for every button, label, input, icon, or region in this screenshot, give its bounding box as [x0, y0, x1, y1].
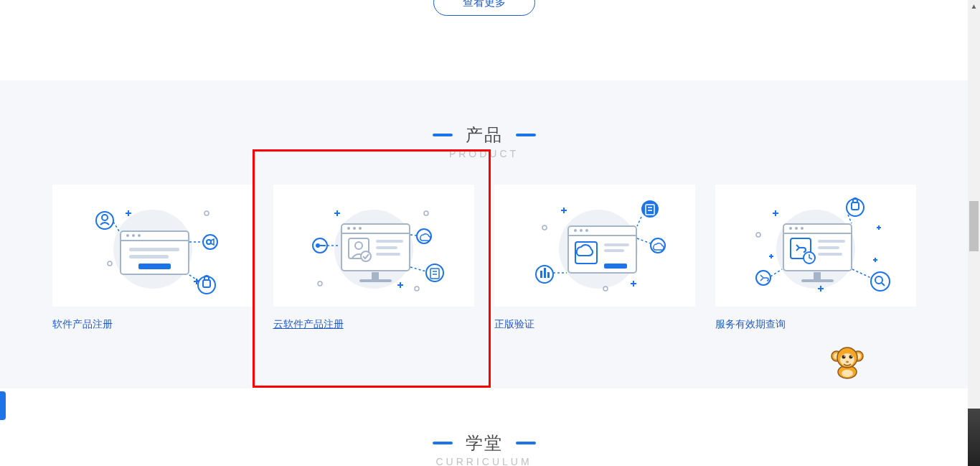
curriculum-section: 学堂 CURRICULUM: [0, 388, 968, 466]
svg-rect-24: [359, 279, 392, 282]
svg-rect-33: [320, 245, 326, 246]
right-gadget-icon[interactable]: [968, 409, 980, 466]
svg-point-94: [846, 361, 849, 363]
section-subtitle: CURRICULUM: [0, 456, 968, 466]
svg-point-15: [204, 211, 209, 215]
svg-point-90: [842, 355, 846, 359]
svg-point-91: [849, 355, 853, 359]
svg-point-95: [842, 370, 853, 377]
svg-point-40: [318, 281, 322, 286]
left-side-tab[interactable]: [0, 391, 6, 420]
product-card-register[interactable]: 软件产品注册: [52, 185, 253, 331]
svg-point-47: [585, 229, 588, 232]
svg-rect-7: [129, 255, 169, 258]
svg-rect-59: [544, 268, 546, 278]
scroll-up-icon[interactable]: ▲: [968, 0, 980, 12]
svg-point-45: [574, 229, 577, 232]
svg-point-4: [132, 234, 135, 237]
card-illustration: [715, 185, 916, 307]
svg-point-20: [347, 227, 350, 230]
product-section: 产品 PRODUCT: [0, 80, 968, 388]
svg-point-93: [851, 355, 852, 357]
svg-point-13: [198, 276, 215, 294]
svg-rect-70: [801, 279, 834, 282]
card-illustration: [273, 185, 474, 307]
svg-rect-75: [818, 253, 842, 256]
dash-icon: [433, 134, 453, 136]
card-illustration: [52, 185, 253, 307]
svg-rect-58: [540, 271, 542, 278]
product-cards: 软件产品注册: [0, 185, 968, 331]
svg-point-27: [361, 251, 371, 261]
svg-point-68: [801, 227, 804, 230]
svg-point-41: [415, 286, 419, 291]
svg-point-92: [844, 355, 845, 357]
dash-icon: [516, 134, 536, 136]
product-card-service-query[interactable]: 服务有效期查询: [715, 185, 916, 331]
monkey-mascot-icon[interactable]: [829, 343, 865, 379]
svg-point-89: [840, 353, 854, 366]
svg-point-16: [108, 261, 112, 266]
section-subtitle: PRODUCT: [0, 148, 968, 159]
svg-point-39: [424, 211, 428, 215]
svg-rect-73: [818, 240, 845, 243]
scrollbar[interactable]: ▲ ▼: [968, 0, 980, 466]
svg-point-21: [353, 227, 356, 230]
card-illustration: [494, 185, 695, 307]
svg-rect-64: [783, 224, 852, 271]
svg-point-66: [789, 227, 792, 230]
svg-rect-49: [604, 243, 629, 246]
dash-icon: [433, 442, 453, 444]
svg-rect-29: [376, 246, 397, 249]
svg-point-76: [847, 199, 864, 216]
card-label: 云软件产品注册: [273, 318, 344, 331]
svg-point-82: [756, 233, 760, 237]
section-title: 产品: [466, 124, 503, 146]
svg-rect-50: [604, 249, 624, 252]
svg-point-67: [795, 227, 798, 230]
svg-rect-30: [376, 253, 400, 256]
svg-rect-74: [818, 246, 839, 249]
svg-point-32: [316, 243, 320, 248]
section-header: 产品 PRODUCT: [0, 124, 968, 159]
card-label: 软件产品注册: [52, 318, 113, 331]
svg-rect-28: [376, 240, 403, 243]
svg-rect-18: [341, 224, 410, 271]
svg-rect-60: [547, 272, 550, 278]
card-label: 正版验证: [494, 318, 534, 331]
svg-rect-51: [604, 264, 627, 269]
svg-rect-8: [138, 264, 171, 269]
product-card-verify[interactable]: 正版验证: [494, 185, 695, 331]
dash-icon: [516, 442, 536, 444]
svg-rect-6: [129, 248, 179, 251]
section-title: 学堂: [466, 432, 503, 455]
svg-rect-69: [814, 272, 821, 279]
svg-point-61: [542, 225, 547, 230]
svg-point-5: [138, 234, 141, 237]
svg-point-3: [126, 234, 129, 237]
svg-point-22: [359, 227, 362, 230]
svg-point-79: [871, 272, 890, 291]
svg-rect-23: [372, 272, 379, 279]
scroll-thumb[interactable]: [969, 201, 979, 251]
product-card-cloud-register[interactable]: 云软件产品注册: [273, 185, 474, 331]
view-more-button[interactable]: 查看更多: [433, 0, 535, 16]
card-label: 服务有效期查询: [715, 318, 786, 331]
svg-point-46: [580, 229, 583, 232]
